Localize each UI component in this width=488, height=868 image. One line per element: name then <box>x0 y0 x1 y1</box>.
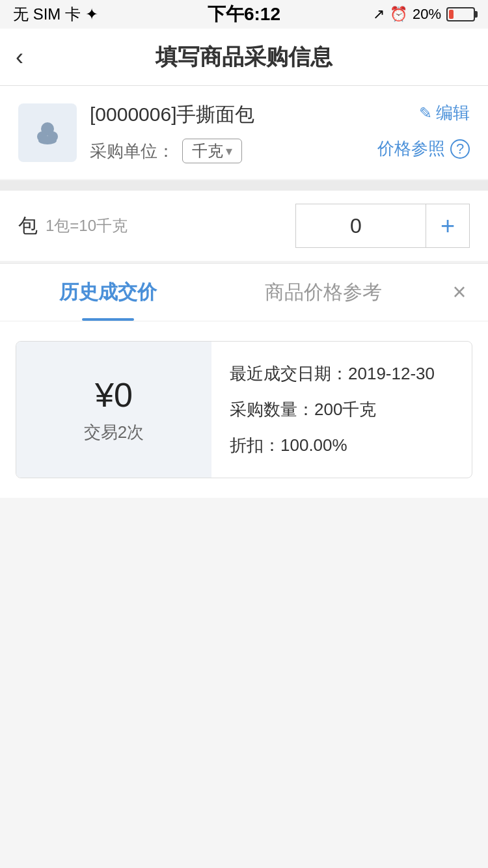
battery-icon <box>446 7 475 21</box>
svg-point-3 <box>38 137 57 144</box>
status-right: ↗ ⏰ 20% <box>373 6 475 23</box>
product-header: [0000006]手撕面包 采购单位： 千克 ▾ ✎ 编辑 <box>18 102 470 163</box>
bottom-panel: 历史成交价 商品价格参考 × ¥0 交易2次 最近成交日期：2019-12-30 <box>0 263 488 498</box>
status-bar: 无 SIM 卡 ✦ 下午6:12 ↗ ⏰ 20% <box>0 0 488 29</box>
tab-product-price-ref[interactable]: 商品价格参考 <box>215 264 431 321</box>
location-icon: ↗ <box>373 6 385 23</box>
product-left: [0000006]手撕面包 采购单位： 千克 ▾ <box>18 102 254 163</box>
tab-history-price-label: 历史成交价 <box>59 279 157 306</box>
price-amount: ¥0 <box>95 375 133 414</box>
edit-icon: ✎ <box>419 104 432 122</box>
price-discount-value: 100.00% <box>280 435 347 455</box>
edit-label: 编辑 <box>436 102 470 124</box>
product-logo-icon <box>29 115 66 151</box>
quantity-control: + <box>295 204 470 248</box>
tab-active-underline <box>82 318 134 321</box>
unit-value: 千克 <box>192 141 223 161</box>
purchase-unit-label: 采购单位： <box>90 140 174 163</box>
status-time: 下午6:12 <box>208 2 280 27</box>
tabs-row: 历史成交价 商品价格参考 × <box>0 264 488 321</box>
quantity-row: 包 1包=10千克 + <box>0 191 488 262</box>
product-card: [0000006]手撕面包 采购单位： 千克 ▾ ✎ 编辑 <box>0 86 488 179</box>
price-purchase-qty-label: 采购数量： <box>230 400 314 419</box>
price-trades: 交易2次 <box>84 421 144 444</box>
sim-label: 无 SIM 卡 ✦ <box>13 4 98 25</box>
quantity-conversion: 1包=10千克 <box>46 215 128 236</box>
product-info: [0000006]手撕面包 采购单位： 千克 ▾ <box>90 102 254 163</box>
edit-button[interactable]: ✎ 编辑 <box>419 102 470 124</box>
unit-dropdown-arrow: ▾ <box>226 143 232 159</box>
section-divider <box>0 180 488 191</box>
price-card-left: ¥0 交易2次 <box>16 342 211 478</box>
price-ref-label: 价格参照 <box>377 137 445 160</box>
history-price-content: ¥0 交易2次 最近成交日期：2019-12-30 采购数量：200千克 折扣：… <box>0 321 488 498</box>
price-purchase-qty-value: 200千克 <box>314 400 376 419</box>
price-discount-label: 折扣： <box>230 435 280 455</box>
price-recent-date-value: 2019-12-30 <box>348 364 435 383</box>
battery-fill <box>449 10 454 19</box>
quantity-plus-button[interactable]: + <box>426 204 470 248</box>
unit-selector[interactable]: 千克 ▾ <box>182 139 242 163</box>
price-recent-date-row: 最近成交日期：2019-12-30 <box>230 361 454 387</box>
nav-bar: ‹ 填写商品采购信息 <box>0 29 488 86</box>
price-discount-row: 折扣：100.00% <box>230 433 454 458</box>
close-button[interactable]: × <box>431 264 488 321</box>
price-card-right: 最近成交日期：2019-12-30 采购数量：200千克 折扣：100.00% <box>211 342 472 478</box>
main-content: [0000006]手撕面包 采购单位： 千克 ▾ ✎ 编辑 <box>0 86 488 868</box>
price-purchase-qty-row: 采购数量：200千克 <box>230 397 454 422</box>
alarm-icon: ⏰ <box>390 6 407 23</box>
price-ref-help-icon: ? <box>450 139 470 159</box>
page-title: 填写商品采购信息 <box>156 42 332 72</box>
back-button[interactable]: ‹ <box>16 44 23 71</box>
product-logo <box>18 103 77 162</box>
tab-product-price-ref-label: 商品价格参考 <box>265 279 382 306</box>
product-unit-row: 采购单位： 千克 ▾ <box>90 139 254 163</box>
quantity-input[interactable] <box>295 204 426 248</box>
battery-percent: 20% <box>413 6 441 23</box>
product-right: ✎ 编辑 价格参照 ? <box>377 102 470 160</box>
product-name: [0000006]手撕面包 <box>90 102 254 128</box>
status-left: 无 SIM 卡 ✦ <box>13 4 98 25</box>
quantity-label: 包 1包=10千克 <box>18 213 128 239</box>
quantity-unit: 包 <box>18 213 38 239</box>
tab-history-price[interactable]: 历史成交价 <box>0 264 215 321</box>
price-ref-button[interactable]: 价格参照 ? <box>377 137 470 160</box>
price-card: ¥0 交易2次 最近成交日期：2019-12-30 采购数量：200千克 折扣：… <box>16 341 472 478</box>
price-recent-date-label: 最近成交日期： <box>230 364 348 383</box>
